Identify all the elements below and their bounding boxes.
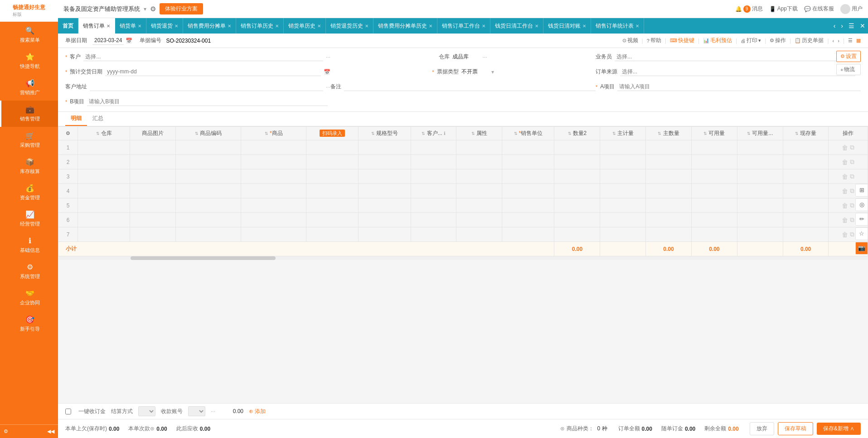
row-2-main-unit[interactable] [600, 155, 646, 169]
app-download-btn[interactable]: 📱 App下载 [769, 5, 798, 13]
tab-summary[interactable]: 汇总 [87, 112, 109, 126]
th-main-unit[interactable]: ⇅ 主计量 [600, 127, 646, 140]
row-2-code[interactable] [176, 155, 241, 169]
payment-expand-icon[interactable]: ··· [211, 408, 215, 414]
row-2-unit[interactable] [502, 155, 554, 169]
salesperson-input[interactable] [615, 53, 853, 61]
print-btn[interactable]: 🖨 打印 ▾ [741, 37, 761, 44]
row-1-main-unit[interactable] [600, 140, 646, 155]
th-avail2[interactable]: ⇅ 可用量... [737, 127, 783, 140]
tab-invoice-history[interactable]: 销货单历史 ✕ [284, 18, 326, 34]
sidebar-item-system[interactable]: ⚙ 系统管理 [0, 258, 58, 284]
address-expand-icon[interactable]: ··· [326, 84, 330, 90]
delete-icon[interactable]: 🗑 [842, 202, 848, 209]
save-new-button[interactable]: 保存&新增 ∧ [817, 423, 861, 435]
list-view-btn[interactable]: ☰ [848, 38, 853, 43]
tab-order-workbench[interactable]: 销售订单工作台 ✕ [437, 18, 490, 34]
tab-return[interactable]: 销货退货 ✕ [146, 18, 183, 34]
th-avail[interactable]: ⇅ 可用量 [691, 127, 737, 140]
dropdown-arrow-icon[interactable]: ▾ [144, 6, 146, 12]
copy-icon[interactable]: ⧉ [850, 202, 854, 209]
customer-input[interactable] [83, 53, 323, 61]
row-2-spec[interactable] [359, 155, 411, 169]
calendar2-icon[interactable]: 📅 [324, 69, 330, 75]
sidebar-item-operations[interactable]: 📈 经营管理 [0, 206, 58, 232]
th-customer[interactable]: ⇅ 客户... ℹ [411, 127, 456, 140]
view-btn[interactable]: ⊙ 视频 [622, 37, 638, 44]
profit-btn[interactable]: 📊 毛利预估 [703, 37, 732, 44]
float-edit-btn[interactable]: ✏ [855, 213, 868, 226]
delete-icon[interactable]: 🗑 [842, 217, 848, 224]
float-camera-btn[interactable]: 📷 [855, 242, 868, 255]
row-2-qty2[interactable] [554, 155, 600, 169]
b-project-input[interactable] [87, 97, 328, 106]
table-container[interactable]: ⚙ ⇅ 仓库 商品图片 ⇅ 商品编码 ⇅ *商品 扫码录入 ⇅ 规格型号 ⇅ 客… [58, 126, 868, 403]
calendar-icon[interactable]: 📅 [126, 38, 132, 44]
sidebar-item-marketing[interactable]: 📢 营销推广 [0, 74, 58, 101]
delete-icon[interactable]: 🗑 [842, 159, 848, 166]
tab-close-icon[interactable]: ✕ [317, 24, 321, 29]
th-qty2[interactable]: ⇅ 数量2 [554, 127, 600, 140]
notification-btn[interactable]: 🔔 9 消息 [735, 5, 763, 13]
a-project-input[interactable] [617, 82, 861, 91]
delete-icon[interactable]: 🗑 [842, 173, 848, 180]
th-spec[interactable]: ⇅ 规格型号 [359, 127, 411, 140]
customer-expand-icon[interactable]: ··· [326, 54, 330, 60]
card-view-btn[interactable]: ▦ [856, 38, 861, 43]
copy-icon[interactable]: ⧉ [850, 231, 854, 238]
tab-detail[interactable]: 明细 [65, 112, 87, 126]
header-settings-icon[interactable]: ⚙ [150, 5, 156, 13]
order-source-input[interactable] [620, 67, 855, 76]
row-2-main-qty[interactable] [646, 155, 692, 169]
th-attr[interactable]: ⇅ 属性 [456, 127, 502, 140]
sidebar-item-sales[interactable]: 💼 销售管理 [0, 101, 58, 127]
delete-icon[interactable]: 🗑 [842, 231, 848, 238]
next-record-btn[interactable]: › [838, 38, 839, 43]
float-focus-btn[interactable]: ◎ [855, 198, 868, 211]
tab-close-icon[interactable]: ✕ [582, 24, 586, 29]
history-btn[interactable]: 📋 历史单据 [795, 37, 824, 44]
prev-record-btn[interactable]: ‹ [833, 38, 834, 43]
row-1-code[interactable] [176, 140, 241, 155]
tab-close-all-icon[interactable]: ✕ [857, 22, 868, 29]
shortcut-btn[interactable]: ⌨ 快捷键 [670, 37, 694, 44]
delete-icon[interactable]: 🗑 [842, 188, 848, 195]
tab-close-icon[interactable]: ✕ [138, 24, 141, 29]
tab-sales-invoice[interactable]: 销货单 ✕ [115, 18, 146, 34]
add-payment-btn[interactable]: ⊕ 添加 [249, 408, 266, 415]
sidebar-collapse-btn[interactable]: ◀◀ [47, 428, 54, 434]
tab-daily-workbench[interactable]: 钱货日清工作台 ✕ [490, 18, 543, 34]
tab-arrow-right[interactable]: › [838, 22, 846, 29]
th-main-qty[interactable]: ⇅ 主数量 [646, 127, 692, 140]
th-product[interactable]: ⇅ *商品 [241, 127, 306, 140]
tab-arrow-left[interactable]: ‹ [831, 22, 839, 29]
copy-icon[interactable]: ⧉ [850, 173, 854, 180]
row-1-warehouse[interactable] [78, 140, 130, 155]
row-2-attr[interactable] [456, 155, 502, 169]
tab-expense-history[interactable]: 销售费用分摊单历史 ✕ [373, 18, 437, 34]
warehouse-expand-icon[interactable]: ··· [482, 54, 487, 60]
scan-btn[interactable]: 扫码录入 [320, 130, 345, 137]
th-product-code[interactable]: ⇅ 商品编码 [176, 127, 241, 140]
tab-daily-reconcile[interactable]: 钱货日清对账 ✕ [543, 18, 591, 34]
discard-button[interactable]: 放弃 [750, 422, 774, 435]
delete-icon[interactable]: 🗑 [842, 144, 848, 151]
copy-icon[interactable]: ⧉ [850, 216, 854, 224]
tab-menu-icon[interactable]: ☰ [846, 22, 857, 29]
th-warehouse[interactable]: ⇅ 仓库 [78, 127, 130, 140]
row-2-customer[interactable] [411, 155, 456, 169]
invoice-dropdown-icon[interactable]: ▾ [491, 69, 494, 75]
date-value[interactable]: 2023-03-24 [92, 36, 124, 45]
row-1-customer[interactable] [411, 140, 456, 155]
row-2-warehouse[interactable] [78, 155, 130, 169]
row-1-main-qty[interactable] [646, 140, 692, 155]
help-btn[interactable]: ? 帮助 [647, 37, 661, 44]
th-settings[interactable]: ⚙ [58, 127, 78, 140]
address-input[interactable] [90, 82, 323, 91]
industry-button[interactable]: 体验行业方案 [160, 3, 203, 14]
row-2-product[interactable] [241, 155, 306, 169]
settlement-select[interactable] [138, 406, 155, 416]
sidebar-item-search[interactable]: 🔍 搜索菜单 [0, 22, 58, 48]
tab-return-history[interactable]: 销货退货历史 ✕ [326, 18, 373, 34]
logistics-side-btn[interactable]: + 物流 [836, 64, 861, 75]
